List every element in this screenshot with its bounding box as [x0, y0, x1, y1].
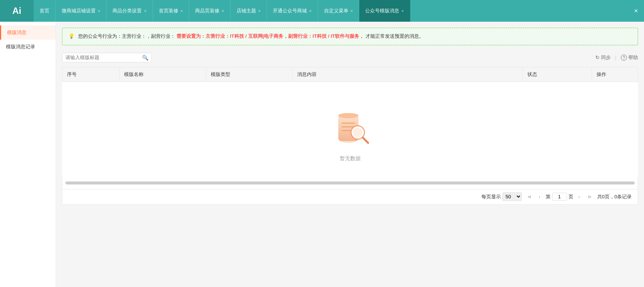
- tab-close-shop-theme[interactable]: ×: [258, 9, 261, 13]
- search-input-wrap: 🔍: [62, 53, 152, 62]
- svg-point-6: [338, 113, 358, 118]
- table-header-row: 序号模版名称模版类型消息内容状态操作: [62, 67, 638, 82]
- help-label: 帮助: [628, 54, 638, 61]
- total-info: 共0页，0条记录: [597, 193, 632, 200]
- per-page-select[interactable]: 50 20 100: [502, 192, 522, 201]
- per-page-selector: 每页显示 50 20 100: [481, 192, 522, 201]
- help-button[interactable]: ? 帮助: [621, 54, 638, 61]
- divider: |: [615, 55, 616, 60]
- page-input[interactable]: [552, 193, 567, 201]
- prev-page-button[interactable]: ‹: [535, 192, 544, 201]
- notice-highlight: 需要设置为：主营行业：IT科技 / 互联网|电子商务，副营行业：IT科技 / I…: [176, 33, 364, 39]
- tab-close-custom-menu[interactable]: ×: [351, 9, 353, 13]
- table-scrollbar[interactable]: [65, 181, 635, 184]
- help-icon: ?: [621, 55, 627, 61]
- tab-custom-menu[interactable]: 自定义菜单×: [318, 0, 359, 22]
- empty-illustration: [328, 104, 373, 149]
- logo: Ai: [0, 0, 34, 22]
- search-icon[interactable]: 🔍: [142, 55, 148, 61]
- top-nav: Ai 首页微商城店铺设置×商品分类设置×首页装修×商品页装修×店铺主题×开通公众…: [0, 0, 644, 22]
- last-page-button[interactable]: ⊳: [585, 192, 594, 201]
- tab-home[interactable]: 首页: [34, 0, 56, 22]
- sync-icon: ↻: [595, 55, 600, 60]
- tab-category-settings[interactable]: 商品分类设置×: [107, 0, 152, 22]
- tab-close-open-mall[interactable]: ×: [309, 9, 311, 13]
- tab-close-homepage-decor[interactable]: ×: [181, 9, 183, 13]
- col-header-action: 操作: [592, 67, 638, 82]
- tab-homepage-decor[interactable]: 首页装修×: [153, 0, 189, 22]
- next-page-button[interactable]: ›: [575, 192, 584, 201]
- notice-box: 💡 您的公众号行业为：主营行业：，副营行业： 需要设置为：主营行业：IT科技 /…: [62, 28, 638, 45]
- tab-product-decor[interactable]: 商品页装修×: [189, 0, 230, 22]
- tab-bar: 首页微商城店铺设置×商品分类设置×首页装修×商品页装修×店铺主题×开通公众号商城…: [34, 0, 628, 22]
- notice-prefix: 您的公众号行业为：主营行业：，副营行业：: [78, 33, 175, 39]
- col-header-name: 模版名称: [120, 67, 206, 82]
- svg-point-8: [353, 128, 363, 137]
- tab-template-msg[interactable]: 公众号模版消息×: [359, 0, 410, 22]
- per-page-label: 每页显示: [481, 193, 501, 200]
- empty-text: 暂无数据: [340, 155, 361, 162]
- tab-close-template-msg[interactable]: ×: [401, 9, 404, 13]
- sidebar-item-template-msg[interactable]: 模版消息: [0, 25, 56, 40]
- tab-close-product-decor[interactable]: ×: [222, 9, 224, 13]
- notice-suffix: 才能正常发送预置的消息。: [366, 33, 424, 39]
- data-table: 序号模版名称模版类型消息内容状态操作: [62, 67, 638, 82]
- tab-close-shop-settings[interactable]: ×: [98, 9, 100, 13]
- search-actions: ↻ 同步 | ? 帮助: [595, 54, 638, 61]
- main-layout: 模版消息模版消息记录 💡 您的公众号行业为：主营行业：，副营行业： 需要设置为：…: [0, 22, 644, 287]
- search-bar: 🔍 ↻ 同步 | ? 帮助: [62, 53, 638, 62]
- tab-open-mall[interactable]: 开通公众号商城×: [267, 0, 318, 22]
- col-header-content: 消息内容: [293, 67, 523, 82]
- col-header-index: 序号: [62, 67, 120, 82]
- sidebar: 模版消息模版消息记录: [0, 22, 56, 287]
- empty-state: 暂无数据: [62, 82, 638, 177]
- col-header-type: 模版类型: [206, 67, 292, 82]
- page-unit-label: 页: [568, 193, 573, 200]
- close-all-button[interactable]: ×: [628, 7, 644, 15]
- svg-line-10: [363, 138, 368, 143]
- first-page-button[interactable]: ⊲: [525, 192, 534, 201]
- col-header-status: 状态: [523, 67, 592, 82]
- pagination: 每页显示 50 20 100 ⊲ ‹ 第 页 › ⊳ 共0页，0条记录: [62, 189, 638, 205]
- page-prefix-label: 第: [546, 193, 551, 200]
- search-input[interactable]: [65, 55, 142, 60]
- sync-label: 同步: [601, 54, 611, 61]
- sidebar-item-template-msg-record[interactable]: 模版消息记录: [0, 40, 56, 54]
- notice-icon: 💡: [68, 33, 74, 39]
- tab-shop-settings[interactable]: 微商城店铺设置×: [56, 0, 107, 22]
- tab-shop-theme[interactable]: 店铺主题×: [231, 0, 267, 22]
- table-container: 序号模版名称模版类型消息内容状态操作: [62, 67, 638, 205]
- page-navigation: ⊲ ‹ 第 页 › ⊳: [525, 192, 594, 201]
- content-area: 💡 您的公众号行业为：主营行业：，副营行业： 需要设置为：主营行业：IT科技 /…: [56, 22, 644, 287]
- tab-close-category-settings[interactable]: ×: [144, 9, 146, 13]
- sync-button[interactable]: ↻ 同步: [595, 54, 611, 61]
